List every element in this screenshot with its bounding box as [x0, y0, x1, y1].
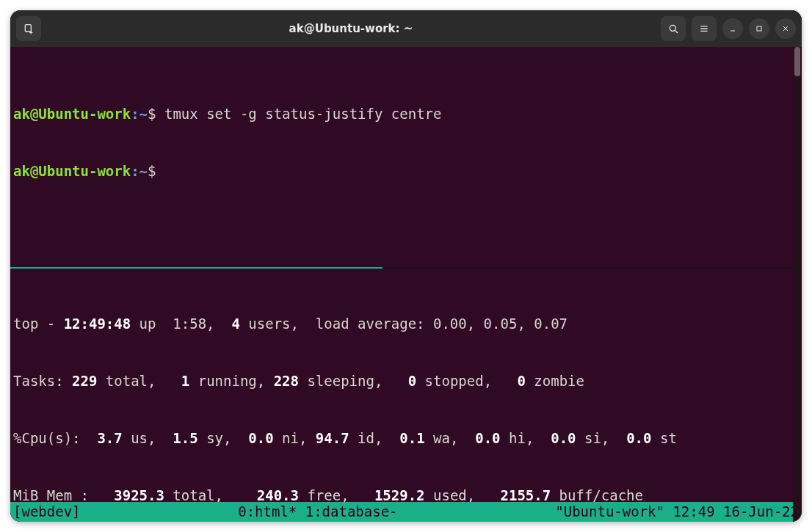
- tmux-status-right: "Ubuntu-work" 12:49 16-Jun-22: [555, 502, 802, 522]
- close-button[interactable]: [775, 18, 796, 39]
- svg-rect-9: [757, 26, 761, 31]
- new-tab-button[interactable]: [16, 16, 41, 41]
- window-title: ak@Ubuntu-work: ~: [47, 22, 655, 35]
- tmux-status-bar: [webdev] 0:html* 1:database- "Ubuntu-wor…: [10, 502, 802, 522]
- prompt-sep: :: [131, 106, 139, 122]
- top-cpu-line: %Cpu(s): 3.7 us, 1.5 sy, 0.0 ni, 94.7 id…: [10, 429, 802, 448]
- scrollbar-thumb[interactable]: [794, 47, 800, 76]
- tmux-window-list[interactable]: 0:html* 1:database-: [81, 502, 556, 522]
- terminal-content[interactable]: ak@Ubuntu-work:~$ tmux set -g status-jus…: [10, 47, 802, 522]
- terminal-window: ak@Ubuntu-work: ~ ak@Ubuntu-work:~$ tmux…: [10, 10, 802, 522]
- terminal-scrollbar[interactable]: [793, 47, 802, 522]
- maximize-button[interactable]: [749, 18, 769, 39]
- shell-line: ak@Ubuntu-work:~$ tmux set -g status-jus…: [10, 104, 802, 123]
- tmux-pane-divider[interactable]: [10, 267, 802, 269]
- prompt-dollar: $: [148, 106, 156, 122]
- top-summary-line: top - 12:49:48 up 1:58, 4 users, load av…: [10, 314, 802, 333]
- top-tasks-line: Tasks: 229 total, 1 running, 228 sleepin…: [10, 371, 802, 390]
- prompt-user-host: ak@Ubuntu-work: [13, 106, 131, 122]
- menu-button[interactable]: [692, 16, 717, 41]
- search-button[interactable]: [661, 16, 686, 41]
- shell-line: ak@Ubuntu-work:~$: [10, 161, 802, 181]
- minimize-button[interactable]: [722, 18, 743, 39]
- svg-rect-0: [25, 25, 31, 32]
- command-text: tmux set -g status-justify centre: [164, 106, 442, 122]
- tmux-session-name[interactable]: [webdev]: [13, 502, 81, 522]
- svg-line-4: [675, 31, 678, 33]
- titlebar: ak@Ubuntu-work: ~: [10, 10, 802, 47]
- top-pane: top - 12:49:48 up 1:58, 4 users, load av…: [10, 276, 802, 522]
- svg-point-3: [670, 25, 675, 31]
- prompt-path: ~: [139, 106, 148, 122]
